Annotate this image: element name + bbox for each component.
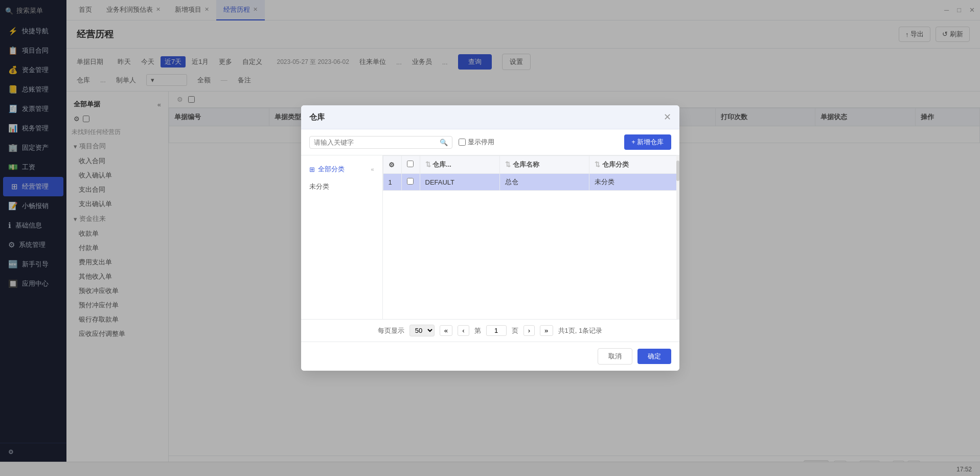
modal-row-category: 未分类: [589, 174, 679, 191]
add-warehouse-btn[interactable]: + 新增仓库: [624, 134, 671, 150]
modal-search-icon: 🔍: [440, 139, 448, 146]
modal-left-all-icon: ⊞: [309, 166, 315, 173]
modal-cancel-btn[interactable]: 取消: [598, 348, 632, 365]
modal-left-uncategorized-label: 未分类: [309, 182, 329, 191]
modal-title: 仓库: [309, 112, 325, 122]
modal-close-btn[interactable]: ✕: [664, 111, 671, 123]
modal-row-checkbox-input[interactable]: [407, 178, 414, 185]
modal-table-row[interactable]: 1 DEFAULT 总仓 未分类: [383, 174, 679, 191]
modal-per-page-label: 每页显示: [378, 326, 404, 335]
modal-prev-btn[interactable]: ‹: [458, 325, 469, 336]
modal-gear-icon[interactable]: ⚙: [389, 161, 395, 169]
modal-col-settings: ⚙: [383, 156, 401, 174]
modal-page-label: 第: [474, 326, 481, 335]
modal-right-panel: ⚙ ⇅ 仓库... ⇅ 仓库名称: [383, 155, 679, 319]
modal-last-btn[interactable]: »: [540, 325, 553, 336]
modal-row-checkbox: [401, 174, 420, 191]
modal-scrollbar-thumb[interactable]: [676, 161, 679, 181]
modal-search-box: 🔍: [309, 136, 452, 149]
modal-page-suffix: 页: [512, 326, 518, 335]
modal-left-uncategorized[interactable]: 未分类: [301, 178, 382, 195]
modal-col-category: ⇅ 仓库分类: [589, 156, 679, 174]
modal-total-info: 共1页, 1条记录: [558, 326, 603, 335]
modal-row-code: DEFAULT: [420, 174, 500, 191]
modal-collapse-icon[interactable]: «: [371, 166, 374, 172]
modal-col-name: ⇅ 仓库名称: [500, 156, 589, 174]
modal-next-btn[interactable]: ›: [523, 325, 535, 336]
modal-toolbar: 🔍 显示停用 + 新增仓库: [301, 129, 679, 155]
modal-left-all[interactable]: ⊞ 全部分类 «: [301, 161, 382, 178]
modal-footer: 取消 确定: [301, 342, 679, 371]
modal-search-input[interactable]: [314, 139, 437, 146]
show-disabled-text: 显示停用: [468, 138, 494, 147]
show-disabled-label: 显示停用: [459, 138, 494, 147]
sort-icon-cat: ⇅: [595, 161, 600, 168]
sort-icon: ⇅: [425, 161, 431, 168]
modal-scrollbar-track: [676, 155, 679, 319]
modal-pagination: 每页显示 50 « ‹ 第 页 › » 共1页, 1条记录: [301, 319, 679, 342]
modal-header: 仓库 ✕: [301, 105, 679, 129]
modal-overlay: 仓库 ✕ 🔍 显示停用 + 新增仓库 ⊞ 全部分类 «: [0, 0, 980, 476]
modal-table: ⚙ ⇅ 仓库... ⇅ 仓库名称: [383, 155, 679, 191]
modal-content-area: ⊞ 全部分类 « 未分类 ⚙: [301, 155, 679, 319]
modal-left-panel: ⊞ 全部分类 « 未分类: [301, 155, 383, 319]
modal-per-page-select[interactable]: 50: [409, 325, 435, 336]
modal-left-all-label: 全部分类: [318, 165, 345, 174]
modal-col-checkbox: [401, 156, 420, 174]
warehouse-modal: 仓库 ✕ 🔍 显示停用 + 新增仓库 ⊞ 全部分类 «: [301, 105, 679, 371]
modal-select-all-checkbox[interactable]: [407, 161, 414, 167]
modal-col-code: ⇅ 仓库...: [420, 156, 500, 174]
sort-icon-name: ⇅: [505, 161, 511, 168]
modal-row-settings: 1: [383, 174, 401, 191]
modal-row-name: 总仓: [500, 174, 589, 191]
show-disabled-checkbox[interactable]: [459, 139, 466, 146]
modal-page-input[interactable]: [486, 325, 507, 336]
modal-confirm-btn[interactable]: 确定: [637, 349, 671, 364]
modal-first-btn[interactable]: «: [440, 325, 452, 336]
